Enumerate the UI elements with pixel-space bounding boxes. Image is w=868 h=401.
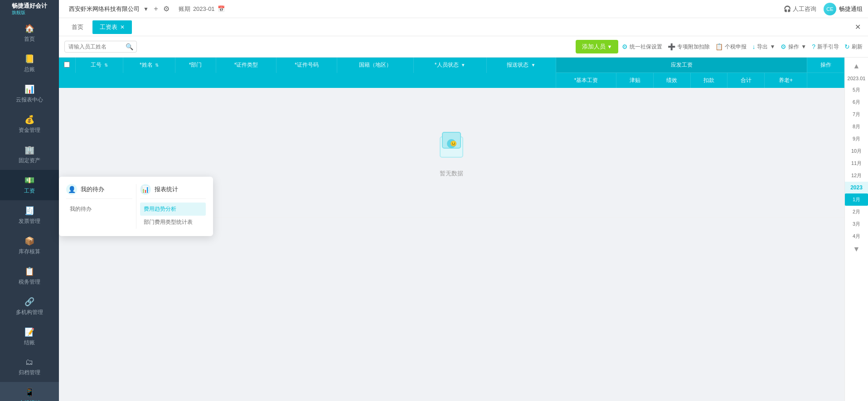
th-salary-group: 应发工资	[556, 58, 807, 73]
th-id-type-label: *证件类型	[234, 62, 258, 68]
timeline-nav-down[interactable]: ▼	[845, 242, 868, 256]
th-salary-group-label: 应发工资	[671, 62, 693, 68]
action-refresh[interactable]: ↻ 刷新	[844, 43, 863, 51]
multi-org-icon: 🔗	[24, 297, 34, 307]
action-tax-report[interactable]: 📋 个税申报	[715, 43, 747, 51]
timeline-month-2[interactable]: 2月	[845, 206, 868, 218]
settings-icon[interactable]: ⚙	[163, 5, 170, 13]
popup-item-expense-trend[interactable]: 费用趋势分析	[140, 203, 206, 216]
timeline-nav-up[interactable]: ▲	[845, 59, 868, 73]
action-export[interactable]: ↓ 导出 ▼	[752, 43, 775, 51]
action-export-label: 导出	[757, 43, 768, 51]
operations-dropdown-icon: ▼	[801, 43, 806, 50]
timeline-month-6[interactable]: 6月	[845, 96, 868, 108]
th-id-number: *证件号码	[276, 58, 337, 73]
add-person-button[interactable]: 添加人员 ▼	[576, 40, 619, 53]
th-allowance: 津贴	[616, 73, 654, 88]
inventory-icon: 📦	[24, 236, 34, 246]
timeline-month-5[interactable]: 5月	[845, 84, 868, 96]
user-name: 畅捷通组	[839, 5, 863, 13]
tax-report-icon: 📋	[715, 43, 723, 50]
th-checkbox[interactable]	[59, 58, 75, 73]
th-nationality-label: 国籍（地区）	[359, 62, 392, 68]
sidebar-item-expense[interactable]: 📱 小畅报销	[0, 382, 59, 401]
sidebar-item-archive[interactable]: 🗂 归档管理	[0, 352, 59, 382]
sidebar-item-salary[interactable]: 💵 工资	[0, 170, 59, 200]
sidebar-item-finance[interactable]: 💰 资金管理	[0, 109, 59, 140]
sort-icon-name[interactable]: ⇅	[155, 63, 159, 68]
refresh-icon: ↻	[844, 43, 850, 50]
search-input[interactable]	[68, 43, 123, 50]
th-person-status-label: *人员状态	[435, 62, 459, 68]
popup-divider	[136, 184, 136, 229]
tab-home[interactable]: 首页	[64, 20, 91, 34]
tab-close-icon[interactable]: ✕	[120, 24, 125, 30]
sidebar-item-invoice[interactable]: 🧾 发票管理	[0, 200, 59, 231]
search-input-wrap[interactable]: 🔍	[64, 41, 137, 53]
sidebar-item-tax[interactable]: 📋 税务管理	[0, 261, 59, 291]
tax-icon: 📋	[24, 266, 34, 276]
th-send-status: 报送状态 ▼	[486, 58, 556, 73]
timeline-month-8[interactable]: 8月	[845, 121, 868, 133]
popup-col-todo-title: 我的待办	[81, 185, 104, 193]
popup-item-my-todo[interactable]: 我的待办	[66, 203, 132, 216]
window-close-icon[interactable]: ✕	[853, 21, 863, 33]
filter-icon-person-status[interactable]: ▼	[461, 63, 466, 68]
top-header: 畅捷通好会计 旗舰版 西安虾米网络科技有限公司 ▼ ＋ ⚙ 账期 2023-01…	[0, 0, 868, 18]
timeline-month-9[interactable]: 9月	[845, 133, 868, 145]
action-special-deduction-label: 专项附加扣除	[677, 43, 710, 51]
avatar-initials: CE	[826, 6, 833, 12]
th-performance-label: 绩效	[666, 77, 677, 83]
filter-icon-send-status[interactable]: ▼	[531, 63, 536, 68]
timeline-month-11[interactable]: 11月	[845, 157, 868, 169]
tab-salary[interactable]: 工资表 ✕	[92, 20, 132, 34]
add-person-label: 添加人员	[582, 43, 606, 51]
period-value: 2023-01	[193, 5, 215, 12]
timeline-month-12[interactable]: 12月	[845, 169, 868, 182]
ledger-icon: 📒	[24, 54, 34, 64]
th-employee-number-label: 工号	[91, 62, 102, 68]
action-operations-label: 操作	[788, 43, 799, 51]
timeline-month-10[interactable]: 10月	[845, 145, 868, 157]
action-guide-label: 新手引导	[817, 43, 839, 51]
timeline-year-prev[interactable]: 2023.01	[845, 73, 868, 84]
sidebar-item-close[interactable]: 📝 结账	[0, 322, 59, 352]
action-special-deduction[interactable]: ➕ 专项附加扣除	[668, 43, 710, 51]
sidebar-label-multi-org: 多机构管理	[16, 309, 43, 316]
calendar-icon[interactable]: 📅	[218, 5, 225, 12]
sidebar-item-assets[interactable]: 🏢 固定资产	[0, 140, 59, 170]
sidebar-item-home[interactable]: 🏠 首页	[0, 18, 59, 48]
sidebar-label-reports: 云报表中心	[16, 96, 43, 104]
th-deductions-label: 扣款	[703, 77, 714, 83]
tab-bar-right: ✕	[853, 23, 863, 31]
sidebar-label-invoice: 发票管理	[19, 217, 40, 225]
action-social-insurance[interactable]: ⚙ 统一社保设置	[622, 43, 662, 51]
sidebar-item-inventory[interactable]: 📦 库存核算	[0, 231, 59, 261]
add-icon[interactable]: ＋	[152, 4, 160, 14]
action-guide[interactable]: ? 新手引导	[812, 43, 839, 51]
sidebar-item-ledger[interactable]: 📒 总账	[0, 48, 59, 79]
timeline-month-4[interactable]: 4月	[845, 230, 868, 242]
select-all-checkbox[interactable]	[64, 62, 70, 68]
empty-text: 暂无数据	[440, 169, 463, 178]
timeline-month-3[interactable]: 3月	[845, 218, 868, 230]
sidebar-item-multi-org[interactable]: 🔗 多机构管理	[0, 291, 59, 322]
action-refresh-label: 刷新	[852, 43, 863, 51]
th-base-salary: *基本工资	[556, 73, 616, 88]
operations-icon: ⚙	[781, 43, 786, 50]
th-operations: 操作	[807, 58, 844, 73]
service-button[interactable]: 🎧 人工咨询	[784, 5, 816, 13]
sidebar-label-home: 首页	[24, 35, 35, 43]
company-dropdown-icon[interactable]: ▼	[143, 6, 149, 12]
sort-icon-employee-number[interactable]: ⇅	[104, 63, 108, 68]
timeline-month-7[interactable]: 7月	[845, 108, 868, 121]
logo-sub: 旗舰版	[12, 10, 47, 16]
sidebar-item-reports[interactable]: 📊 云报表中心	[0, 79, 59, 109]
expense-icon: 📱	[24, 387, 34, 397]
action-operations[interactable]: ⚙ 操作 ▼	[781, 43, 806, 51]
popup-item-dept-expense[interactable]: 部门费用类型统计表	[140, 216, 206, 229]
sidebar-label-assets: 固定资产	[19, 157, 40, 164]
headset-icon: 🎧	[784, 5, 791, 12]
timeline-month-1[interactable]: 1月	[845, 193, 868, 206]
th-empty-sub	[59, 73, 556, 88]
